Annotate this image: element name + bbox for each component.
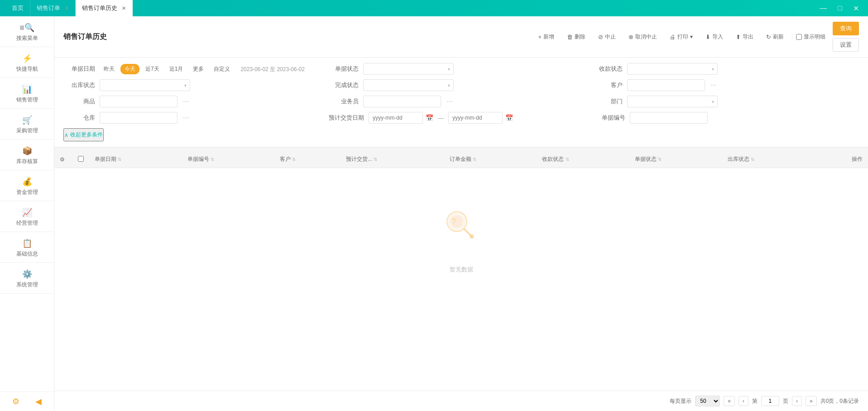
toolbar-divider bbox=[792, 33, 792, 40]
collapse-button[interactable]: ∧ 收起更多条件 bbox=[63, 128, 104, 141]
col-expected-date-label: 预计交货... bbox=[346, 156, 372, 162]
sidebar-item-basic-info[interactable]: 📋 基础信息 bbox=[0, 232, 54, 263]
select-all-checkbox[interactable] bbox=[78, 156, 84, 162]
stop-button[interactable]: ⊘ 中止 bbox=[594, 31, 620, 43]
display-detail-checkbox[interactable] bbox=[796, 34, 802, 40]
top-bar: 首页 销售订单 ✕ 销售订单历史 ✕ — □ ✕ bbox=[0, 0, 868, 16]
first-page-button[interactable]: « bbox=[724, 396, 735, 406]
display-detail-toggle[interactable]: 显示明细 bbox=[796, 33, 825, 41]
product-input[interactable] bbox=[100, 96, 177, 107]
sidebar-item-sys-mgmt[interactable]: ⚙️ 系统管理 bbox=[0, 263, 54, 294]
date-yesterday[interactable]: 昨天 bbox=[100, 64, 119, 74]
warehouse-dots[interactable]: ··· bbox=[180, 114, 192, 122]
order-no-input[interactable] bbox=[630, 112, 708, 124]
col-date-label: 单据日期 bbox=[95, 156, 116, 162]
department-select[interactable] bbox=[627, 96, 718, 107]
date-today[interactable]: 今天 bbox=[120, 64, 139, 74]
col-amount: 订单金额 ⇅ bbox=[444, 151, 537, 168]
sidebar-item-finance[interactable]: 💰 资金管理 bbox=[0, 170, 54, 201]
expected-date-end[interactable] bbox=[448, 112, 503, 124]
date-7days[interactable]: 近7天 bbox=[141, 64, 163, 74]
delete-button[interactable]: 🗑 删除 bbox=[562, 31, 590, 43]
filter-row-3: 商品 ··· 业务员 ··· 部门 ▾ bbox=[63, 96, 859, 107]
window-maximize[interactable]: □ bbox=[834, 4, 846, 12]
customer-dots[interactable]: ··· bbox=[708, 81, 719, 89]
print-button[interactable]: 🖨 打印 ▾ bbox=[665, 31, 697, 43]
salesperson-dots[interactable]: ··· bbox=[444, 97, 455, 106]
col-order-status-sort-icon[interactable]: ⇅ bbox=[658, 157, 662, 162]
refresh-button[interactable]: ↻ 刷新 bbox=[762, 31, 788, 43]
sidebar-collapse-icon[interactable]: ◀ bbox=[35, 396, 42, 406]
complete-status-value: ▾ bbox=[363, 79, 595, 91]
page-number-input[interactable] bbox=[761, 396, 779, 406]
import-button[interactable]: ⬇ 导入 bbox=[701, 31, 728, 43]
col-expected-date: 预计交货... ⇅ bbox=[340, 151, 444, 168]
next-page-button[interactable]: › bbox=[792, 396, 802, 406]
product-dots[interactable]: ··· bbox=[180, 97, 192, 106]
warehouse-input[interactable] bbox=[100, 112, 177, 124]
sidebar-item-search-menu[interactable]: ≡🔍 搜索菜单 bbox=[0, 16, 54, 47]
order-status-select[interactable] bbox=[363, 63, 454, 75]
department-select-wrap: ▾ bbox=[627, 96, 718, 107]
col-customer-sort-icon[interactable]: ⇅ bbox=[292, 157, 296, 162]
date-range-display: 2023-06-02 至 2023-06-02 bbox=[240, 66, 304, 73]
inventory-icon: 📦 bbox=[22, 146, 32, 156]
col-stock-status-sort-icon[interactable]: ⇅ bbox=[751, 157, 754, 162]
import-icon: ⬇ bbox=[705, 34, 710, 40]
add-button[interactable]: + 新增 bbox=[533, 31, 559, 43]
col-settings: ⚙ bbox=[54, 151, 72, 168]
sidebar-item-inventory[interactable]: 📦 库存核算 bbox=[0, 140, 54, 170]
complete-status-select-wrap: ▾ bbox=[363, 79, 454, 91]
stock-status-select[interactable] bbox=[100, 79, 190, 91]
warehouse-label: 仓库 bbox=[63, 114, 100, 122]
complete-status-select[interactable] bbox=[363, 79, 454, 91]
table-settings-icon[interactable]: ⚙ bbox=[60, 156, 65, 163]
customer-input[interactable] bbox=[627, 79, 705, 91]
date-1month[interactable]: 近1月 bbox=[165, 64, 187, 74]
toolbar: + 新增 🗑 删除 ⊘ 中止 ⊗ 取消中止 🖨 打印 bbox=[533, 22, 859, 57]
sidebar-item-quick-nav[interactable]: ⚡ 快捷导航 bbox=[0, 47, 54, 78]
col-date-sort-icon[interactable]: ⇅ bbox=[118, 157, 121, 162]
calendar-end-icon[interactable]: 📅 bbox=[505, 114, 513, 121]
window-minimize[interactable]: — bbox=[816, 4, 830, 12]
col-expected-date-sort-icon[interactable]: ⇅ bbox=[374, 157, 377, 162]
collapse-row: ∧ 收起更多条件 bbox=[63, 128, 859, 141]
sidebar-item-sales-mgmt[interactable]: 📊 销售管理 bbox=[0, 78, 54, 109]
salesperson-input[interactable] bbox=[363, 96, 441, 107]
window-close[interactable]: ✕ bbox=[849, 4, 863, 13]
col-payment-status-sort-icon[interactable]: ⇅ bbox=[566, 157, 569, 162]
customer-label: 客户 bbox=[595, 81, 627, 89]
col-order-status: 单据状态 ⇅ bbox=[629, 151, 722, 168]
payment-status-select[interactable] bbox=[627, 63, 718, 75]
topbar-right: — □ ✕ bbox=[816, 4, 863, 13]
sys-mgmt-icon: ⚙️ bbox=[22, 269, 32, 279]
tab-sales-order-history-close[interactable]: ✕ bbox=[122, 5, 126, 11]
filter-area: 单据日期 昨天 今天 近7天 近1月 更多 自定义 2023-06-02 至 2… bbox=[54, 58, 868, 147]
page-size-select[interactable]: 50 10 20 100 bbox=[695, 396, 720, 406]
expected-date-start[interactable] bbox=[369, 112, 423, 124]
last-page-button[interactable]: » bbox=[806, 396, 817, 406]
tab-home[interactable]: 首页 bbox=[5, 0, 30, 16]
filter-row-4: 仓库 ··· 预计交货日期 📅 — 📅 单据编号 bbox=[63, 112, 859, 124]
col-no-sort-icon[interactable]: ⇅ bbox=[211, 157, 214, 162]
col-stock-status: 出库状态 ⇅ bbox=[722, 151, 815, 168]
payment-status-select-wrap: ▾ bbox=[627, 63, 718, 75]
sidebar-settings-icon[interactable]: ⚙ bbox=[12, 396, 19, 406]
date-custom[interactable]: 自定义 bbox=[210, 64, 234, 74]
settings-button[interactable]: 设置 bbox=[833, 38, 859, 52]
cancel-stop-button[interactable]: ⊗ 取消中止 bbox=[624, 31, 662, 43]
tab-sales-order-history[interactable]: 销售订单历史 ✕ bbox=[76, 0, 133, 16]
sidebar-item-operations[interactable]: 📈 经营管理 bbox=[0, 201, 54, 232]
tab-sales-order-close[interactable]: ✕ bbox=[65, 5, 69, 11]
svg-text:?: ? bbox=[451, 217, 456, 226]
department-label: 部门 bbox=[595, 97, 627, 106]
sidebar-item-purchase-mgmt[interactable]: 🛒 采购管理 bbox=[0, 109, 54, 140]
tab-sales-order[interactable]: 销售订单 ✕ bbox=[30, 0, 76, 16]
query-button[interactable]: 查询 bbox=[833, 22, 859, 35]
calendar-start-icon[interactable]: 📅 bbox=[426, 114, 433, 121]
prev-page-button[interactable]: ‹ bbox=[739, 396, 748, 406]
export-button[interactable]: ⬆ 导出 bbox=[731, 31, 758, 43]
date-more[interactable]: 更多 bbox=[189, 64, 208, 74]
col-amount-sort-icon[interactable]: ⇅ bbox=[473, 157, 476, 162]
quick-nav-icon: ⚡ bbox=[22, 53, 32, 63]
